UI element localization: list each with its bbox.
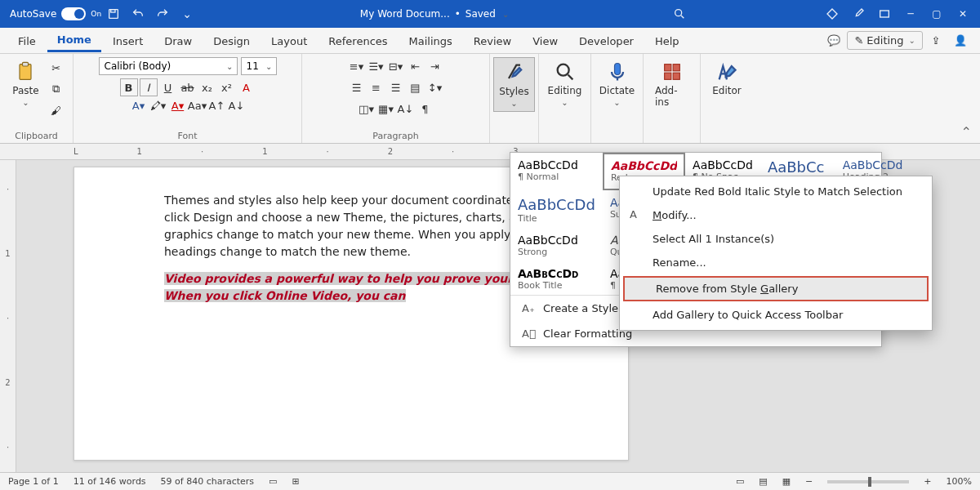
svg-rect-3 (880, 11, 889, 17)
font-color2-button[interactable]: A▾ (169, 96, 187, 114)
justify-button[interactable]: ▤ (407, 78, 425, 96)
superscript-button[interactable]: x² (218, 78, 236, 96)
status-page[interactable]: Page 1 of 1 (8, 476, 59, 487)
tab-home[interactable]: Home (47, 29, 101, 52)
close-button[interactable]: ✕ (951, 2, 975, 26)
underline-button[interactable]: U (159, 78, 177, 96)
group-label: Font (74, 131, 301, 141)
style-gallery-item[interactable]: AaBbCcDdTitle (510, 190, 603, 228)
account-icon[interactable]: 👤 (949, 31, 972, 51)
selected-text[interactable]: Video provides a powerful way to help yo… (164, 272, 555, 302)
menu-rename[interactable]: Rename... (620, 251, 932, 274)
group-label: Clipboard (0, 131, 73, 141)
status-chars[interactable]: 59 of 840 characters (161, 476, 255, 487)
show-marks-button[interactable]: ¶ (416, 100, 434, 118)
multilevel-button[interactable]: ⊟▾ (387, 57, 405, 75)
font-size-combo[interactable]: 11 (241, 57, 277, 75)
diamond-icon[interactable] (820, 2, 844, 26)
zoom-slider[interactable] (827, 480, 909, 483)
vertical-ruler[interactable]: · 1 · 2 · 3 (0, 160, 16, 472)
zoom-in-button[interactable]: + (924, 476, 931, 487)
window-icon[interactable] (872, 2, 897, 26)
addins-button[interactable]: Add-ins (650, 57, 693, 111)
tab-developer[interactable]: Developer (569, 30, 644, 51)
toggle-switch-icon[interactable] (61, 7, 86, 20)
style-gallery-item[interactable]: AaBbCcDd¶ Normal (510, 153, 603, 190)
comments-icon[interactable]: 💬 (822, 31, 845, 51)
share-icon[interactable]: ⇪ (924, 31, 947, 51)
styles-button[interactable]: Styles (493, 57, 534, 112)
search-icon[interactable] (670, 2, 689, 26)
editor-button[interactable]: Editor (707, 57, 746, 100)
highlight-button[interactable]: 🖍▾ (149, 96, 167, 114)
tab-design[interactable]: Design (203, 30, 260, 51)
tab-draw[interactable]: Draw (154, 30, 202, 51)
cut-icon[interactable]: ✂ (47, 59, 65, 77)
shrink-font-button[interactable]: A↓ (228, 96, 246, 114)
group-styles: Styles (490, 54, 539, 143)
numbering-button[interactable]: ☰▾ (368, 57, 385, 75)
menu-add-to-qat[interactable]: Add Gallery to Quick Access Toolbar (620, 303, 932, 327)
qat-overflow-icon[interactable]: ⌄ (175, 2, 199, 26)
view-focus-icon[interactable]: ▭ (736, 476, 744, 487)
brush-icon[interactable] (846, 2, 871, 26)
editing-button[interactable]: Editing (543, 57, 587, 110)
dictate-button[interactable]: Dictate (595, 57, 639, 110)
collapse-ribbon-icon[interactable]: ⌃ (953, 121, 980, 143)
style-gallery-item[interactable]: AaBbCcDdStrong (510, 228, 603, 261)
status-words[interactable]: 11 of 146 words (74, 476, 146, 487)
bold-button[interactable]: B (120, 78, 138, 96)
maximize-button[interactable]: ▢ (924, 2, 949, 26)
group-dictate: Dictate (591, 54, 644, 143)
strikethrough-button[interactable]: ab (179, 78, 197, 96)
menu-select-all[interactable]: Select All 1 Instance(s) (620, 227, 932, 251)
tab-help[interactable]: Help (645, 30, 689, 51)
status-icon[interactable]: ▭ (269, 476, 277, 487)
paste-button[interactable]: Paste (7, 57, 43, 110)
align-left-button[interactable]: ☰ (348, 78, 366, 96)
tab-view[interactable]: View (523, 30, 568, 51)
zoom-out-button[interactable]: − (805, 476, 813, 487)
tab-mailings[interactable]: Mailings (399, 30, 462, 51)
tab-insert[interactable]: Insert (103, 30, 153, 51)
menu-remove-from-gallery[interactable]: Remove from Style Gallery (623, 276, 929, 301)
editing-mode-button[interactable]: ✎ Editing ⌄ (847, 31, 923, 50)
change-case-button[interactable]: Aa▾ (189, 96, 207, 114)
minimize-button[interactable]: ─ (898, 2, 923, 26)
sort-button[interactable]: A↓ (397, 100, 415, 118)
menu-modify[interactable]: AModify... (620, 203, 932, 227)
window-titlebar: AutoSave On ⌄ My Word Docum... • Saved ⌄… (0, 0, 980, 28)
borders-button[interactable]: ▦▾ (377, 100, 395, 118)
copy-icon[interactable]: ⧉ (47, 80, 65, 98)
shading-button[interactable]: ◫▾ (358, 100, 376, 118)
format-painter-icon[interactable]: 🖌 (47, 101, 65, 119)
save-icon[interactable] (101, 2, 126, 26)
italic-button[interactable]: I (140, 78, 158, 96)
zoom-level[interactable]: 100% (947, 476, 972, 487)
subscript-button[interactable]: x₂ (198, 78, 216, 96)
document-title[interactable]: My Word Docum... • Saved ⌄ (360, 8, 509, 20)
tab-file[interactable]: File (8, 30, 46, 51)
align-center-button[interactable]: ≡ (368, 78, 385, 96)
view-web-icon[interactable]: ▦ (782, 476, 791, 487)
undo-icon[interactable] (126, 2, 150, 26)
align-right-button[interactable]: ☰ (387, 78, 405, 96)
bullets-button[interactable]: ≡▾ (348, 57, 366, 75)
autosave-toggle[interactable]: AutoSave On (10, 7, 101, 20)
decrease-indent-button[interactable]: ⇤ (407, 57, 425, 75)
grow-font-button[interactable]: A↑ (208, 96, 226, 114)
style-gallery-item[interactable]: AaBbCcDdBook Title (510, 261, 603, 295)
tab-review[interactable]: Review (464, 30, 521, 51)
text-effects-icon[interactable]: A (238, 78, 256, 96)
redo-icon[interactable] (150, 2, 175, 26)
font-name-combo[interactable]: Calibri (Body) (99, 57, 238, 75)
status-icon[interactable]: ⊞ (292, 476, 300, 487)
font-color-button[interactable]: A▾ (130, 96, 148, 114)
tab-references[interactable]: References (318, 30, 397, 51)
tab-layout[interactable]: Layout (261, 30, 317, 51)
line-spacing-button[interactable]: ↕▾ (426, 78, 444, 96)
view-print-icon[interactable]: ▤ (759, 476, 767, 487)
style-context-menu[interactable]: Update Red Bold Italic Style to Match Se… (619, 176, 933, 331)
increase-indent-button[interactable]: ⇥ (426, 57, 444, 75)
menu-update-style[interactable]: Update Red Bold Italic Style to Match Se… (620, 180, 932, 203)
